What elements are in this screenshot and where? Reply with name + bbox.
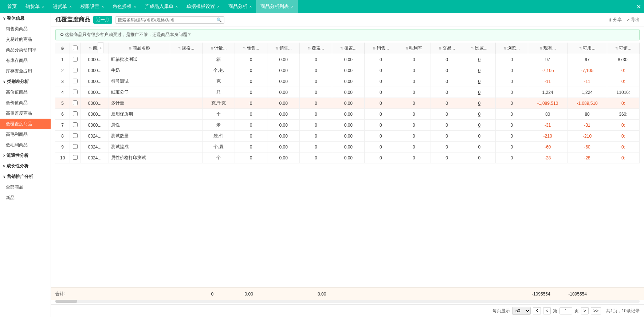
- sidebar-item-stock-capital[interactable]: 库存资金占用: [0, 66, 51, 76]
- row-browse1[interactable]: 0: [463, 65, 495, 76]
- row-browse1[interactable]: 0: [463, 76, 495, 87]
- row-sales-amount: 0.00: [267, 109, 300, 120]
- row-browse1[interactable]: 0: [463, 87, 495, 98]
- sidebar-item-traded-goods[interactable]: 交易过的商品: [0, 34, 51, 45]
- close-icon[interactable]: ×: [250, 4, 252, 9]
- search-icon[interactable]: 🔍: [216, 17, 222, 23]
- row-browse1[interactable]: 0: [463, 152, 495, 163]
- nav-tab-role[interactable]: 角色授权 ×: [108, 0, 140, 13]
- row-sales3: 0: [365, 65, 397, 76]
- sidebar-item-stocked-goods[interactable]: 有库存商品: [0, 55, 51, 66]
- unit-column-header[interactable]: 计量...: [203, 43, 235, 54]
- row-sales-qty: 0: [235, 76, 267, 87]
- cover1-column-header[interactable]: 覆盖...: [300, 43, 332, 54]
- row-checkbox[interactable]: [70, 54, 81, 65]
- row-browse1[interactable]: 0: [463, 98, 495, 109]
- export-button[interactable]: ↗ 导出: [626, 17, 640, 23]
- row-checkbox[interactable]: [70, 120, 81, 131]
- browse2-column-header[interactable]: 浏览...: [495, 43, 528, 54]
- cover2-column-header[interactable]: 覆盖...: [332, 43, 365, 54]
- sidebar-item-low-value[interactable]: 低价值商品: [0, 98, 51, 108]
- time-filter-button[interactable]: 近一月: [93, 16, 112, 24]
- gross-rate-column-header[interactable]: 毛利率: [397, 43, 431, 54]
- row-browse1[interactable]: 0: [463, 120, 495, 131]
- nav-tab-home[interactable]: 首页: [3, 0, 21, 13]
- sales-qty-column-header[interactable]: 销售...: [235, 43, 267, 54]
- close-icon[interactable]: ×: [176, 4, 178, 9]
- row-checkbox[interactable]: [70, 131, 81, 142]
- close-icon[interactable]: ×: [102, 4, 104, 9]
- row-checkbox[interactable]: [70, 152, 81, 163]
- row-checkbox[interactable]: [70, 98, 81, 109]
- close-all-tabs-button[interactable]: ✕: [636, 3, 641, 10]
- settings-column-header[interactable]: ⚙: [55, 43, 70, 54]
- name-column-header[interactable]: 商品名称: [109, 43, 170, 54]
- row-checkbox[interactable]: [70, 76, 81, 87]
- close-icon[interactable]: ×: [134, 4, 136, 9]
- close-icon[interactable]: ×: [217, 4, 219, 9]
- nav-tab-analysis-list[interactable]: 商品分析列表 ×: [256, 0, 298, 13]
- row-current: -11: [528, 76, 567, 87]
- trade-column-header[interactable]: 交易...: [431, 43, 463, 54]
- nav-tab-permission[interactable]: 权限设置 ×: [76, 0, 108, 13]
- nav-tab-analysis[interactable]: 商品分析 ×: [224, 0, 256, 13]
- close-icon[interactable]: ×: [291, 4, 293, 9]
- last-page-button[interactable]: >>: [591, 307, 601, 314]
- nav-tab-purchase[interactable]: 进货单 ×: [48, 0, 76, 13]
- browse1-column-header[interactable]: 浏览...: [463, 43, 495, 54]
- sidebar-section-overall[interactable]: ∨ 整体信息: [0, 13, 51, 24]
- prev-page-button[interactable]: <: [543, 307, 551, 314]
- page-number-input[interactable]: [559, 307, 572, 314]
- sidebar-item-high-coverage[interactable]: 高覆盖度商品: [0, 108, 51, 119]
- row-checkbox[interactable]: [70, 65, 81, 76]
- row-sales-amount: 0.00: [267, 65, 300, 76]
- row-checkbox[interactable]: [70, 87, 81, 98]
- sidebar-item-sales-goods[interactable]: 销售类商品: [0, 24, 51, 34]
- row-name: 多计量: [109, 98, 170, 109]
- sidebar-item-high-value[interactable]: 高价值商品: [0, 87, 51, 98]
- scroll-thumb[interactable]: [55, 300, 77, 303]
- sidebar-item-all-goods[interactable]: 全部商品: [0, 182, 51, 193]
- select-all-checkbox[interactable]: [73, 45, 78, 50]
- spec-column-header[interactable]: 规格...: [170, 43, 202, 54]
- sidebar-section-circulation[interactable]: > 流通性分析: [0, 150, 51, 161]
- code-column-header[interactable]: 商...: [81, 43, 109, 54]
- sales-amount-column-header[interactable]: 销售...: [267, 43, 300, 54]
- row-cover1: 0: [300, 120, 332, 131]
- row-code: 0000...: [81, 65, 109, 76]
- sidebar-item-low-profit[interactable]: 低毛利商品: [0, 140, 51, 150]
- sidebar-item-low-coverage[interactable]: 低覆盖度商品: [0, 119, 51, 129]
- sidebar-section-growth[interactable]: > 成长性分析: [0, 161, 51, 171]
- sidebar-item-new-goods[interactable]: 新品: [0, 193, 51, 203]
- first-page-button[interactable]: K: [533, 307, 541, 314]
- row-checkbox[interactable]: [70, 142, 81, 152]
- row-browse1[interactable]: 0: [463, 131, 495, 142]
- sidebar-collapse-button[interactable]: «: [98, 42, 103, 53]
- table-container[interactable]: ⚙ 商... 商品名称 规格... 计量... 销售... 销售... 覆盖..…: [51, 43, 644, 288]
- next-page-button[interactable]: >: [581, 307, 589, 314]
- available-column-header[interactable]: 可用...: [568, 43, 607, 54]
- current-column-header[interactable]: 现有...: [528, 43, 567, 54]
- search-input[interactable]: [118, 17, 216, 23]
- row-browse1[interactable]: 0: [463, 142, 495, 152]
- sidebar-item-category-rate[interactable]: 商品分类动销率: [0, 45, 51, 55]
- nav-tab-product-in[interactable]: 产成品入库单 ×: [141, 0, 182, 13]
- row-checkbox[interactable]: [70, 109, 81, 120]
- sales3-column-header[interactable]: 销售...: [365, 43, 397, 54]
- horizontal-scrollbar[interactable]: [55, 300, 640, 303]
- row-sales3: 0: [365, 120, 397, 131]
- row-code: 0000...: [81, 120, 109, 131]
- row-browse1[interactable]: 0: [463, 54, 495, 65]
- row-gross-rate: 0: [397, 98, 431, 109]
- sidebar-section-category-diff[interactable]: ∨ 类别差分析: [0, 76, 51, 87]
- sidebar-section-marketing[interactable]: ∨ 营销推广分析: [0, 171, 51, 182]
- row-browse1[interactable]: 0: [463, 109, 495, 120]
- sellable-column-header[interactable]: 可销...: [607, 43, 639, 54]
- page-size-select[interactable]: 50 100 200: [512, 307, 531, 315]
- share-button[interactable]: ⬆ 分享: [608, 17, 622, 23]
- nav-tab-template[interactable]: 单据模板设置 ×: [182, 0, 224, 13]
- close-icon[interactable]: ×: [42, 4, 44, 9]
- sidebar-item-high-profit[interactable]: 高毛利商品: [0, 129, 51, 140]
- nav-tab-sales[interactable]: 销货单 ×: [21, 0, 48, 13]
- close-icon[interactable]: ×: [69, 4, 71, 9]
